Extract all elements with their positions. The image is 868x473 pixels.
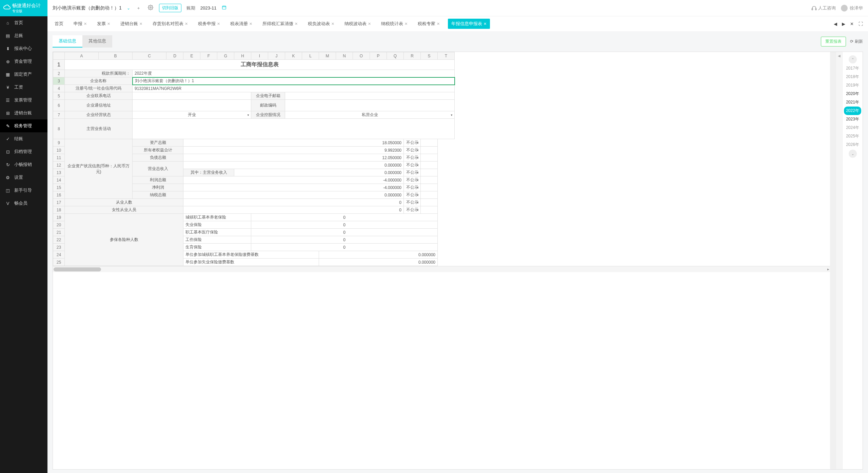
tab-1[interactable]: 申报✕ [72,21,89,27]
subtab-0[interactable]: 基础信息 [53,35,82,48]
dropdown-cell[interactable]: 不公示 [404,176,421,184]
year-down-icon[interactable]: ⌄ [849,150,857,158]
sidebar-item-funds[interactable]: ⊕资金管理 [0,55,47,68]
row-value[interactable]: 0.000000 [183,191,404,199]
email-value[interactable] [285,92,455,100]
tab-6[interactable]: 税表清册✕ [228,21,254,27]
row-value[interactable]: -4.000000 [183,184,404,191]
year-2023年[interactable]: 2023年 [844,115,861,124]
tab-11[interactable]: 税检专家✕ [416,21,442,27]
gear-icon[interactable] [147,5,154,11]
subtab-1[interactable]: 其他信息 [82,35,112,48]
dropdown-cell[interactable]: 不公示 [404,184,421,191]
sidebar-item-vip[interactable]: V畅会员 [0,197,47,210]
close-icon[interactable]: ✕ [185,22,188,26]
close-icon[interactable]: ✕ [139,22,142,26]
sidebar-item-guide[interactable]: ◫新手引导 [0,184,47,197]
tab-prev-icon[interactable]: ◀ [834,21,837,26]
sidebar-item-tax[interactable]: ✎税务管理 [0,119,47,132]
year-2024年[interactable]: 2024年 [844,124,861,132]
post-value[interactable] [285,100,455,111]
dropdown-cell[interactable]: 不公示 [404,147,421,154]
tab-next-icon[interactable]: ▶ [842,21,845,26]
sidebar-item-salary[interactable]: ¥工资 [0,81,47,94]
row-value[interactable]: 9.992000 [183,147,404,154]
r25-value[interactable]: 0.000000 [319,259,438,266]
close-icon[interactable]: ✕ [107,22,110,26]
refresh-button[interactable]: ⟳ 刷新 [850,39,863,44]
close-icon[interactable]: ✕ [368,22,371,26]
year-2017年[interactable]: 2017年 [844,64,861,73]
row-value[interactable]: 18.050000 [183,139,404,147]
close-icon[interactable]: ✕ [405,22,408,26]
period-value[interactable]: 2023-11 [200,5,217,11]
chevron-down-icon[interactable]: ⌄ [127,6,130,11]
year-2022年[interactable]: 2022年 [844,107,861,115]
tab-10[interactable]: 纳税统计表✕ [379,21,410,27]
ins-value[interactable]: 0 [251,214,438,221]
phone-value[interactable] [133,92,251,100]
tab-2[interactable]: 发票✕ [95,21,112,27]
sidebar-item-archive[interactable]: ⊡归档管理 [0,145,47,158]
dropdown-cell[interactable]: 不公示 [404,199,421,206]
close-icon[interactable]: ✕ [437,22,440,26]
tab-12[interactable]: 年报信息申报表✕ [448,19,490,29]
close-icon[interactable]: ✕ [249,22,252,26]
addr-value[interactable] [133,100,251,111]
sidebar-item-reimb[interactable]: ↻小畅报销 [0,158,47,171]
company-value-cell[interactable]: 刘小艳演示账套（勿删勿动！）1 [133,77,455,85]
dropdown-cell[interactable]: 不公示 [404,169,421,176]
fullscreen-icon[interactable]: ⛶ [859,21,863,26]
dropdown-cell[interactable]: 不公示 [404,139,421,147]
year-2021年[interactable]: 2021年 [844,98,861,107]
calendar-icon[interactable] [222,5,226,11]
row-value[interactable]: 0.000000 [234,169,404,176]
year-2026年[interactable]: 2026年 [844,140,861,149]
year-2025年[interactable]: 2025年 [844,132,861,140]
ins-value[interactable]: 0 [251,221,438,229]
status-dropdown[interactable]: 开业 [133,111,251,119]
sidebar-item-close[interactable]: ✓结账 [0,132,47,145]
employee-value[interactable]: 0 [183,199,404,206]
year-2020年[interactable]: 2020年 [844,90,861,98]
ins-value[interactable]: 0 [251,236,438,244]
user-menu[interactable]: 徐泽华 [841,5,863,12]
sidebar-item-psi[interactable]: ⊞进销台账 [0,107,47,119]
close-icon[interactable]: ✕ [217,22,220,26]
sidebar-item-asset[interactable]: ▦固定资产 [0,68,47,81]
sidebar-item-gear[interactable]: ⚙设置 [0,171,47,184]
biz-value[interactable] [133,119,455,139]
year-2018年[interactable]: 2018年 [844,73,861,81]
reset-report-button[interactable]: 重置报表 [821,37,846,46]
r24-value[interactable]: 0.000000 [319,251,438,259]
close-icon[interactable]: ✕ [331,22,334,26]
ins-value[interactable]: 0 [251,244,438,251]
headset-icon[interactable]: 人工咨询 [811,5,836,11]
spreadsheet[interactable]: ABCDEFGHIJKLMNOPQRST1工商年报信息表2税款所属期间：2022… [53,52,830,469]
dropdown-cell[interactable]: 不公示 [404,162,421,169]
female-value[interactable]: 0 [183,206,404,214]
add-icon[interactable]: ＋ [135,5,142,11]
sidebar-item-report[interactable]: ⬍报表中心 [0,42,47,55]
tab-close-icon[interactable]: ✕ [850,21,854,26]
sidebar-item-invoice[interactable]: ☰发票管理 [0,94,47,107]
tab-9[interactable]: 纳税波动表✕ [342,21,373,27]
tab-5[interactable]: 税务申报✕ [196,21,222,27]
close-icon[interactable]: ✕ [84,22,87,26]
tab-4[interactable]: 存货别名对照表✕ [151,21,190,27]
dropdown-cell[interactable]: 不公示 [404,191,421,199]
dropdown-cell[interactable]: 不公示 [404,206,421,214]
close-icon[interactable]: ✕ [295,22,298,26]
row-value[interactable]: 0.000000 [183,162,404,169]
ins-value[interactable]: 0 [251,229,438,236]
sidebar-item-home[interactable]: ⌂首页 [0,16,47,29]
year-2019年[interactable]: 2019年 [844,81,861,90]
tab-0[interactable]: 首页 [53,21,65,27]
row-value[interactable]: -4.000000 [183,176,404,184]
account-name[interactable]: 刘小艳演示账套（勿删勿动！）1 [53,5,122,11]
vertical-scrollbar[interactable] [830,52,836,469]
dropdown-cell[interactable]: 不公示 [404,154,421,162]
close-icon[interactable]: ✕ [484,22,487,26]
holding-dropdown[interactable]: 私营企业 [285,111,455,119]
switch-old-button[interactable]: 切到旧版 [159,4,181,12]
